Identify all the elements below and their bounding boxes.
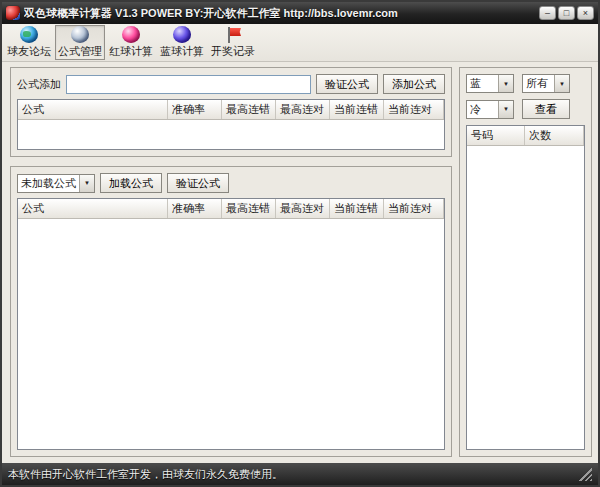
column-header-accuracy[interactable]: 准确率 <box>168 199 222 218</box>
number-stats-list: 号码 次数 <box>466 125 585 450</box>
hot-cold-select-value: 冷 <box>467 102 498 117</box>
stats-filter-row-2: 冷 ▼ 查看 <box>466 99 585 119</box>
loaded-formula-list: 公式 准确率 最高连错 最高连对 当前连错 当前连对 <box>17 198 445 450</box>
toolbar-item-forum[interactable]: 球友论坛 <box>4 25 54 60</box>
column-header-number[interactable]: 号码 <box>467 126 525 145</box>
formula-load-row: 未加载公式 ▼ 加载公式 验证公式 <box>17 173 445 193</box>
chevron-down-icon: ▼ <box>498 75 513 92</box>
window-controls: – □ × <box>539 6 594 20</box>
column-header-cur-right[interactable]: 当前连对 <box>384 199 444 218</box>
blue-ball-icon <box>173 26 191 43</box>
toolbar-item-blue-ball-calc[interactable]: 蓝球计算 <box>157 25 207 60</box>
close-button[interactable]: × <box>577 6 594 20</box>
main-content: 公式添加 验证公式 添加公式 公式 准确率 最高连错 最高连对 当前连错 当前连… <box>2 62 598 463</box>
verify-loaded-formula-button[interactable]: 验证公式 <box>167 173 229 193</box>
toolbar-item-label: 公式管理 <box>58 44 102 59</box>
chevron-down-icon: ▼ <box>498 101 513 118</box>
view-button[interactable]: 查看 <box>522 99 570 119</box>
formula-table-body <box>18 120 444 149</box>
minimize-button[interactable]: – <box>539 6 556 20</box>
chevron-down-icon: ▼ <box>554 75 569 92</box>
formula-file-select[interactable]: 未加载公式 ▼ <box>17 174 95 193</box>
formula-file-select-value: 未加载公式 <box>18 176 79 191</box>
ball-type-select[interactable]: 蓝 ▼ <box>466 74 514 93</box>
verify-formula-button[interactable]: 验证公式 <box>316 74 378 94</box>
globe-icon <box>20 26 38 43</box>
toolbar-item-label: 开奖记录 <box>211 44 255 59</box>
scope-select-value: 所有 <box>523 76 554 91</box>
formula-load-group: 未加载公式 ▼ 加载公式 验证公式 公式 准确率 最高连错 最高连对 当前连错 … <box>10 166 452 457</box>
add-formula-button[interactable]: 添加公式 <box>383 74 445 94</box>
ball-type-select-value: 蓝 <box>467 76 498 91</box>
formula-add-list: 公式 准确率 最高连错 最高连对 当前连错 当前连对 <box>17 99 445 150</box>
column-header-formula[interactable]: 公式 <box>18 100 168 119</box>
titlebar[interactable]: 双色球概率计算器 V1.3 POWER BY:开心软件工作室 http://bb… <box>2 2 598 24</box>
column-header-count[interactable]: 次数 <box>525 126 584 145</box>
hot-cold-select[interactable]: 冷 ▼ <box>466 100 514 119</box>
window-title: 双色球概率计算器 V1.3 POWER BY:开心软件工作室 http://bb… <box>24 6 535 21</box>
formula-add-group: 公式添加 验证公式 添加公式 公式 准确率 最高连错 最高连对 当前连错 当前连… <box>10 67 452 157</box>
number-stats-body <box>467 146 584 449</box>
load-formula-button[interactable]: 加载公式 <box>100 173 162 193</box>
toolbar-item-draw-records[interactable]: 开奖记录 <box>208 25 258 60</box>
column-header-formula[interactable]: 公式 <box>18 199 168 218</box>
scope-select[interactable]: 所有 ▼ <box>522 74 570 93</box>
toolbar-item-red-ball-calc[interactable]: 红球计算 <box>106 25 156 60</box>
loaded-formula-table-body <box>18 219 444 449</box>
toolbar-item-label: 球友论坛 <box>7 44 51 59</box>
formula-manage-icon <box>71 26 89 43</box>
flag-icon <box>224 26 242 43</box>
app-icon <box>6 6 20 20</box>
column-header-cur-right[interactable]: 当前连对 <box>384 100 444 119</box>
column-header-max-wrong[interactable]: 最高连错 <box>222 100 276 119</box>
column-header-max-right[interactable]: 最高连对 <box>276 199 330 218</box>
toolbar-item-label: 红球计算 <box>109 44 153 59</box>
app-window: 双色球概率计算器 V1.3 POWER BY:开心软件工作室 http://bb… <box>0 0 600 487</box>
toolbar-item-label: 蓝球计算 <box>160 44 204 59</box>
column-header-accuracy[interactable]: 准确率 <box>168 100 222 119</box>
column-header-max-right[interactable]: 最高连对 <box>276 100 330 119</box>
formula-add-label: 公式添加 <box>17 77 61 92</box>
column-header-cur-wrong[interactable]: 当前连错 <box>330 100 384 119</box>
red-ball-icon <box>122 26 140 43</box>
resize-grip[interactable] <box>579 468 592 481</box>
formula-input[interactable] <box>66 75 311 94</box>
stats-panel: 蓝 ▼ 所有 ▼ 冷 ▼ 查看 号码 次数 <box>459 67 592 457</box>
loaded-formula-table-header: 公式 准确率 最高连错 最高连对 当前连错 当前连对 <box>18 199 444 219</box>
toolbar: 球友论坛 公式管理 红球计算 蓝球计算 开奖记录 <box>2 24 598 62</box>
formula-add-row: 公式添加 验证公式 添加公式 <box>17 74 445 94</box>
chevron-down-icon: ▼ <box>79 175 94 192</box>
left-column: 公式添加 验证公式 添加公式 公式 准确率 最高连错 最高连对 当前连错 当前连… <box>10 67 452 457</box>
stats-filter-row-1: 蓝 ▼ 所有 ▼ <box>466 74 585 93</box>
status-text: 本软件由开心软件工作室开发，由球友们永久免费使用。 <box>8 467 573 482</box>
maximize-button[interactable]: □ <box>558 6 575 20</box>
statusbar: 本软件由开心软件工作室开发，由球友们永久免费使用。 <box>2 463 598 485</box>
number-stats-header: 号码 次数 <box>467 126 584 146</box>
toolbar-item-formula-manage[interactable]: 公式管理 <box>55 25 105 60</box>
formula-table-header: 公式 准确率 最高连错 最高连对 当前连错 当前连对 <box>18 100 444 120</box>
column-header-cur-wrong[interactable]: 当前连错 <box>330 199 384 218</box>
column-header-max-wrong[interactable]: 最高连错 <box>222 199 276 218</box>
